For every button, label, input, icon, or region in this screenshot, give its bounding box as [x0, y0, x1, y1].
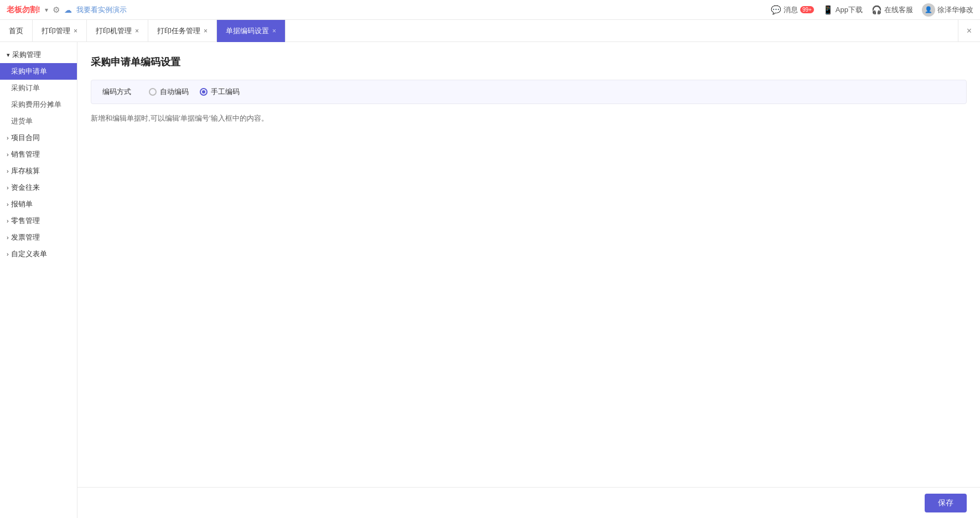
radio-manual-label: 手工编码 [211, 87, 240, 97]
tab-coding-settings-close[interactable]: × [272, 27, 276, 35]
sidebar-group-finance[interactable]: › 资金往来 [0, 179, 77, 196]
message-label: 消息 [784, 5, 798, 15]
sidebar-item-purchase-expense[interactable]: 采购费用分摊单 [0, 96, 77, 113]
app-download-label: App下载 [836, 5, 863, 15]
retail-group-arrow: › [7, 217, 9, 224]
app-logo: 老板勿割! [7, 5, 40, 15]
tab-coding-settings-label: 单据编码设置 [226, 26, 269, 36]
expense-group-arrow: › [7, 201, 9, 208]
custom-form-group-arrow: › [7, 251, 9, 257]
tab-home[interactable]: 首页 [0, 20, 33, 42]
headset-icon: 🎧 [872, 5, 882, 15]
message-button[interactable]: 💬 消息 99+ [771, 5, 814, 15]
sidebar-group-project[interactable]: › 项目合同 [0, 130, 77, 146]
top-bar-left: 老板勿割! ▾ ⚙ ☁ 我要看实例演示 [7, 5, 127, 15]
project-group-arrow: › [7, 134, 9, 141]
tab-print-management-close[interactable]: × [74, 27, 77, 35]
tab-print-management[interactable]: 打印管理 × [33, 20, 87, 42]
page-title: 采购申请单编码设置 [91, 55, 967, 69]
dropdown-icon[interactable]: ▾ [45, 6, 48, 14]
message-badge: 99+ [800, 6, 814, 13]
project-group-label: 项目合同 [11, 133, 40, 143]
sidebar-group-invoice[interactable]: › 发票管理 [0, 229, 77, 246]
tab-printer-management-label: 打印机管理 [96, 26, 132, 36]
radio-auto-circle [149, 88, 157, 96]
finance-group-label: 资金往来 [11, 183, 40, 193]
tab-bar: 首页 打印管理 × 打印机管理 × 打印任务管理 × 单据编码设置 × × [0, 20, 980, 42]
demo-icon: ☁ [64, 6, 72, 14]
purchase-group-arrow: ▾ [7, 51, 10, 59]
inventory-group-label: 库存核算 [11, 166, 40, 176]
sales-group-label: 销售管理 [11, 149, 40, 159]
demo-label[interactable]: 我要看实例演示 [76, 5, 127, 15]
sales-group-arrow: › [7, 151, 9, 158]
invoice-group-label: 发票管理 [11, 232, 40, 242]
sidebar-group-expense[interactable]: › 报销单 [0, 196, 77, 213]
hint-text: 新增和编辑单据时,可以编辑'单据编号'输入框中的内容。 [91, 113, 967, 125]
sidebar-item-purchase-order-label: 采购订单 [11, 84, 40, 92]
finance-group-arrow: › [7, 184, 9, 191]
user-name: 徐泽华修改 [937, 5, 973, 15]
content-body: 采购申请单编码设置 编码方式 自动编码 手工编码 新增和编辑单据时,可以编辑'单… [77, 42, 980, 487]
app-download-button[interactable]: 📱 App下载 [823, 5, 863, 15]
app-icon: 📱 [823, 5, 833, 15]
sidebar-group-sales[interactable]: › 销售管理 [0, 146, 77, 163]
tab-printer-management-close[interactable]: × [135, 27, 139, 35]
expense-group-label: 报销单 [11, 199, 33, 209]
top-bar-right: 💬 消息 99+ 📱 App下载 🎧 在线客服 👤 徐泽华修改 [771, 3, 973, 17]
tab-print-task[interactable]: 打印任务管理 × [148, 20, 217, 42]
sidebar-item-purchase-receipt-label: 进货单 [11, 117, 33, 125]
sidebar-item-purchase-receipt[interactable]: 进货单 [0, 113, 77, 130]
sidebar-item-purchase-order[interactable]: 采购订单 [0, 80, 77, 96]
content-area: 采购申请单编码设置 编码方式 自动编码 手工编码 新增和编辑单据时,可以编辑'单… [77, 42, 980, 518]
tab-print-task-close[interactable]: × [204, 27, 208, 35]
top-bar: 老板勿割! ▾ ⚙ ☁ 我要看实例演示 💬 消息 99+ 📱 App下载 🎧 在… [0, 0, 980, 20]
invoice-group-arrow: › [7, 234, 9, 241]
main-layout: ▾ 采购管理 采购申请单 采购订单 采购费用分摊单 进货单 › 项目合同 › 销… [0, 42, 980, 518]
sidebar-item-purchase-request-label: 采购申请单 [11, 67, 47, 75]
sidebar: ▾ 采购管理 采购申请单 采购订单 采购费用分摊单 进货单 › 项目合同 › 销… [0, 42, 77, 518]
radio-manual-circle [200, 88, 208, 96]
coding-section: 编码方式 自动编码 手工编码 [91, 80, 967, 104]
coding-label: 编码方式 [102, 87, 136, 97]
radio-auto-label: 自动编码 [160, 87, 189, 97]
tab-coding-settings[interactable]: 单据编码设置 × [217, 20, 286, 42]
settings-icon[interactable]: ⚙ [53, 5, 60, 15]
inventory-group-arrow: › [7, 168, 9, 174]
custom-form-group-label: 自定义表单 [11, 249, 47, 259]
save-button[interactable]: 保存 [925, 494, 967, 512]
sidebar-item-purchase-request[interactable]: 采购申请单 [0, 63, 77, 80]
purchase-group-label: 采购管理 [12, 50, 41, 60]
radio-auto[interactable]: 自动编码 [149, 87, 189, 97]
close-all-tabs[interactable]: × [958, 20, 980, 42]
sidebar-group-custom-form[interactable]: › 自定义表单 [0, 246, 77, 262]
radio-group: 自动编码 手工编码 [149, 87, 240, 97]
sidebar-group-retail[interactable]: › 零售管理 [0, 213, 77, 229]
content-footer: 保存 [77, 487, 980, 518]
tab-print-management-label: 打印管理 [42, 26, 70, 36]
tab-printer-management[interactable]: 打印机管理 × [87, 20, 148, 42]
sidebar-group-purchase[interactable]: ▾ 采购管理 [0, 46, 77, 63]
user-menu[interactable]: 👤 徐泽华修改 [922, 3, 973, 17]
retail-group-label: 零售管理 [11, 216, 40, 226]
online-service-label: 在线客服 [884, 5, 913, 15]
radio-manual[interactable]: 手工编码 [200, 87, 240, 97]
message-icon: 💬 [771, 5, 781, 15]
sidebar-group-inventory[interactable]: › 库存核算 [0, 163, 77, 179]
sidebar-item-purchase-expense-label: 采购费用分摊单 [11, 100, 61, 108]
tab-print-task-label: 打印任务管理 [157, 26, 200, 36]
online-service-button[interactable]: 🎧 在线客服 [872, 5, 913, 15]
avatar: 👤 [922, 3, 935, 17]
tab-home-label: 首页 [9, 26, 23, 36]
